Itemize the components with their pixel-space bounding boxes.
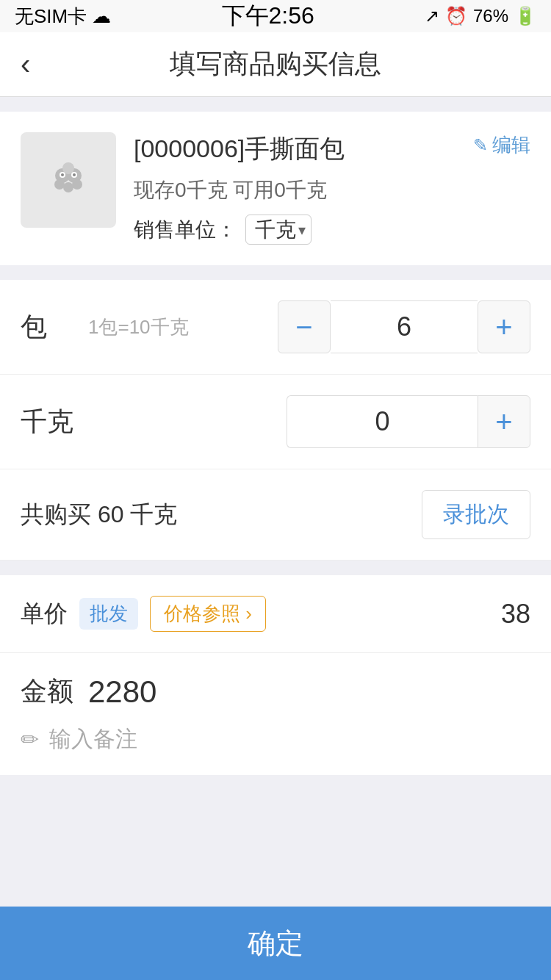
unit-select-wrapper[interactable]: 千克 — [245, 215, 311, 245]
kg-plus-button[interactable]: + — [478, 395, 530, 448]
pack-label: 包 — [21, 309, 79, 345]
status-bar: 无SIM卡 ☁ 下午2:56 ↗ ⏰ 76% 🔋 — [0, 0, 551, 32]
notes-row[interactable]: ✏ 输入备注 — [21, 724, 530, 775]
input-section: 包 1包=10千克 − + 千克 + 共购买 60 千克 录批次 — [0, 280, 551, 561]
price-label: 单价 — [21, 598, 68, 630]
total-row: 共购买 60 千克 录批次 — [0, 469, 551, 561]
page-title: 填写商品购买信息 — [170, 46, 381, 82]
svg-point-5 — [72, 179, 82, 190]
kg-label: 千克 — [21, 404, 79, 440]
amount-value: 2280 — [88, 674, 156, 710]
price-section: 单价 批发 价格参照 › 38 金额 2280 ✏ 输入备注 — [0, 561, 551, 790]
product-name: [0000006]手撕面包 — [134, 132, 530, 166]
nav-bar: ‹ 填写商品购买信息 — [0, 32, 551, 97]
gray-fill — [0, 790, 551, 907]
price-row: 单价 批发 价格参照 › 38 — [0, 575, 551, 653]
pack-sublabel: 1包=10千克 — [88, 314, 278, 340]
kg-input[interactable] — [287, 395, 478, 448]
pack-minus-button[interactable]: − — [278, 300, 331, 353]
kg-input-row: 千克 + — [0, 375, 551, 469]
battery-level: 76% — [473, 6, 508, 26]
price-ref-button[interactable]: 价格参照 › — [150, 596, 266, 632]
pack-input[interactable] — [331, 300, 478, 353]
pencil-icon: ✏ — [21, 727, 39, 752]
product-unit-row: 销售单位： 千克 — [134, 215, 530, 245]
batch-button[interactable]: 录批次 — [422, 490, 530, 539]
product-info: [0000006]手撕面包 现存0千克 可用0千克 销售单位： 千克 — [134, 132, 530, 245]
price-tag: 批发 — [79, 598, 138, 630]
unit-label: 销售单位： — [134, 216, 237, 244]
battery-icon: 🔋 — [514, 6, 536, 26]
product-card: [0000006]手撕面包 现存0千克 可用0千克 销售单位： 千克 ✎ 编辑 — [0, 112, 551, 265]
status-right: ↗ ⏰ 76% 🔋 — [425, 6, 536, 26]
kg-right-area: + — [287, 395, 530, 448]
amount-row: 金额 2280 — [21, 674, 530, 710]
location-icon: ↗ — [425, 6, 439, 26]
back-button[interactable]: ‹ — [21, 48, 30, 81]
svg-point-2 — [62, 162, 74, 174]
edit-icon: ✎ — [473, 135, 488, 156]
edit-label: 编辑 — [492, 132, 530, 158]
notes-input[interactable]: 输入备注 — [49, 724, 137, 754]
product-image — [21, 132, 116, 228]
status-left: 无SIM卡 ☁ — [15, 4, 111, 29]
svg-point-9 — [73, 173, 76, 176]
amount-label: 金额 — [21, 674, 73, 710]
alarm-icon: ⏰ — [445, 6, 467, 26]
pack-stepper: − + — [278, 300, 530, 353]
amount-section: 金额 2280 ✏ 输入备注 — [0, 653, 551, 775]
svg-point-3 — [54, 179, 65, 190]
confirm-button[interactable]: 确定 — [0, 907, 551, 980]
pack-plus-button[interactable]: + — [478, 300, 530, 353]
price-value: 38 — [501, 599, 530, 630]
total-text: 共购买 60 千克 — [21, 499, 177, 531]
unit-select[interactable]: 千克 — [245, 215, 311, 245]
product-stock: 现存0千克 可用0千克 — [134, 176, 530, 204]
svg-point-4 — [63, 182, 73, 192]
pack-input-row: 包 1包=10千克 − + — [0, 280, 551, 375]
status-time: 下午2:56 — [222, 0, 314, 32]
edit-button[interactable]: ✎ 编辑 — [473, 132, 530, 158]
svg-point-8 — [61, 173, 64, 176]
